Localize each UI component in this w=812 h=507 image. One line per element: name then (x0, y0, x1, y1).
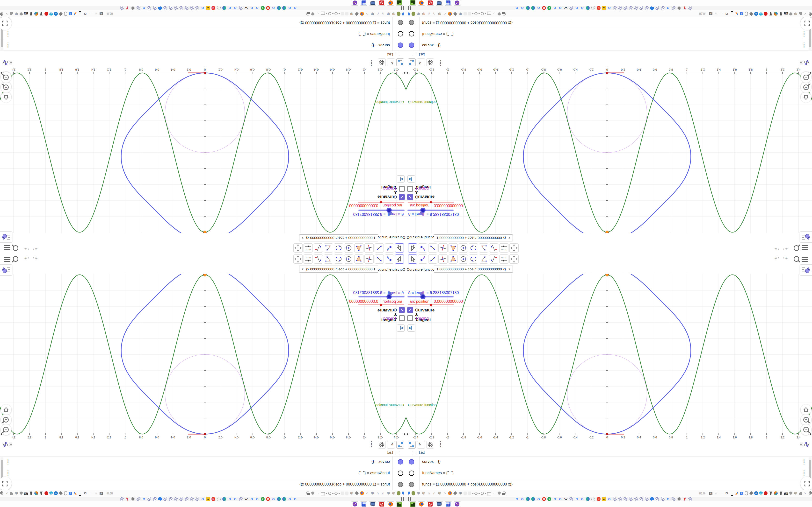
algebra-row[interactable]: curves = {}⋮⋮ (406, 39, 812, 51)
graphics-stylebar-card[interactable] (0, 264, 12, 276)
pause-icon[interactable] (408, 497, 411, 501)
google-g-icon[interactable]: G (201, 6, 205, 10)
undo-icon[interactable]: ↶ (33, 245, 38, 251)
ring-icon[interactable] (328, 492, 331, 495)
headset-icon[interactable]: ∩ (427, 12, 431, 16)
google-g-icon[interactable]: G (537, 6, 541, 10)
visibility-marble[interactable] (398, 43, 403, 48)
globe-icon[interactable]: ⊕ (392, 491, 396, 495)
algebra-row[interactable]: funcNames = {" "}⋮⋮ (0, 468, 406, 479)
arc-length-slider[interactable] (407, 296, 454, 297)
zoom-in-button[interactable]: + (801, 414, 811, 425)
headset-icon[interactable]: ∩ (381, 491, 385, 495)
arc-length-slider-knob[interactable] (387, 208, 392, 213)
pinwheel-icon[interactable] (655, 497, 659, 501)
face-purple-app-button[interactable] (454, 0, 461, 6)
wikipedia-icon[interactable]: W (244, 497, 248, 501)
woven-icon[interactable] (586, 6, 590, 10)
google-g-icon[interactable]: G (666, 6, 670, 10)
google-g-icon[interactable]: G (575, 497, 579, 501)
arc-length-slider-knob[interactable] (420, 294, 425, 299)
shield-gray-icon[interactable] (311, 492, 314, 495)
redo-icon[interactable]: ↷ (783, 245, 788, 251)
globe-icon[interactable]: ⊕ (349, 12, 354, 16)
woven-icon[interactable] (222, 6, 226, 10)
row-menu-icon[interactable]: ⋮⋮ (6, 460, 10, 463)
pinwheel-icon[interactable] (634, 6, 638, 10)
pin-blue-icon[interactable] (407, 491, 411, 495)
gear-icon[interactable] (0, 491, 4, 495)
puzzle-icon[interactable] (799, 12, 802, 15)
ring-icon[interactable] (328, 12, 331, 15)
globe-icon[interactable]: ⊕ (14, 491, 18, 495)
curvature-function-input[interactable]: 1.000000000000 + cos(4.000000000000 x) ▼ (299, 234, 378, 241)
woven-icon[interactable] (282, 497, 286, 501)
pinwheel-icon[interactable] (163, 497, 167, 501)
pinwheel-icon[interactable] (185, 6, 189, 10)
curvature-tangent-checkbox[interactable]: ✓ (399, 307, 405, 313)
tracing-checkbox[interactable] (399, 186, 405, 192)
floppy-64-app-button[interactable]: 64 (360, 0, 367, 6)
reload-icon[interactable]: ↻ (724, 491, 729, 495)
reflect-tool-button[interactable] (489, 255, 498, 264)
line-tool-button[interactable] (428, 255, 438, 264)
wrench-icon[interactable]: ⌐ (443, 491, 447, 495)
search-icon[interactable] (13, 245, 18, 251)
f-red-icon[interactable]: f (683, 497, 687, 501)
perpendicular-line-tool-button[interactable] (364, 255, 373, 264)
row-menu-icon[interactable]: ⋮⋮ (6, 471, 10, 475)
marker-icon[interactable] (735, 12, 738, 15)
trash-icon[interactable] (29, 12, 33, 16)
google-g-icon[interactable]: G (271, 6, 275, 10)
circle-tool-button[interactable] (459, 243, 468, 252)
headset-icon[interactable]: ∩ (432, 12, 437, 16)
algebra-row[interactable]: funcs = {1.000000000000 + cos(4.00000000… (0, 479, 406, 491)
dot-icon[interactable] (472, 13, 473, 14)
step-forward-button[interactable]: ▶▏ (397, 325, 405, 332)
google-g-icon[interactable]: G (227, 497, 232, 501)
pinwheel-icon[interactable] (190, 497, 194, 501)
move-tool-button[interactable] (408, 255, 417, 264)
scrollbar-thumb[interactable] (809, 460, 811, 479)
wikipedia-icon[interactable]: W (244, 6, 248, 10)
perpendicular-line-tool-button[interactable] (439, 255, 448, 264)
conic-tool-button[interactable] (334, 255, 343, 264)
pinwheel-icon[interactable] (688, 6, 692, 10)
globe-icon[interactable]: ⊕ (386, 12, 391, 16)
fx-button[interactable]: fx (417, 58, 425, 66)
visibility-marble[interactable] (409, 470, 414, 476)
shield-blue-icon[interactable]: ⇩ (49, 12, 53, 16)
menu-icon[interactable] (802, 249, 808, 250)
graphics-panel-icon[interactable] (800, 59, 810, 66)
visibility-marble[interactable] (398, 31, 403, 37)
graphics-stylebar-card[interactable] (800, 231, 812, 243)
translate-blue-icon[interactable]: A (740, 12, 744, 16)
image-yellow-icon[interactable] (206, 497, 210, 501)
arc-length-slider-knob[interactable] (420, 208, 425, 213)
scrollbar-thumb[interactable] (1, 460, 3, 479)
graphics-panel-icon[interactable] (2, 441, 12, 448)
algebra-row[interactable]: funcNames = {" "}⋮⋮ (406, 28, 812, 39)
woven-icon[interactable] (222, 497, 226, 501)
marker-icon[interactable] (73, 492, 77, 495)
dot-icon[interactable] (472, 493, 473, 494)
zoom-in-button[interactable]: + (1, 82, 11, 93)
dot-icon[interactable] (478, 13, 480, 14)
point-tool-button[interactable]: A (418, 255, 427, 264)
badge-uo-icon[interactable]: UO (24, 12, 28, 16)
badge-uo-icon[interactable]: UO (784, 491, 788, 495)
gear-icon[interactable] (59, 12, 63, 16)
undo-icon[interactable]: ↶ (774, 256, 779, 262)
shield-blue-icon[interactable]: ⇩ (759, 491, 763, 495)
curvature-function-input[interactable]: 1.000000000000 + cos(4.000000000000 x) ▼ (434, 234, 513, 241)
dot-icon[interactable] (339, 493, 340, 494)
pinwheel-icon[interactable] (153, 6, 157, 10)
slider-tool-button[interactable]: a = 2 (304, 243, 313, 252)
globe-icon[interactable]: ⊕ (392, 12, 396, 16)
dropdown-arrow-icon[interactable]: ▼ (508, 268, 511, 271)
share-color-icon[interactable] (34, 491, 38, 495)
pinwheel-icon[interactable] (623, 497, 627, 501)
pin-blue-icon[interactable] (407, 12, 411, 16)
pinwheel-icon[interactable] (613, 6, 617, 10)
google-g-icon[interactable]: G (142, 497, 146, 501)
